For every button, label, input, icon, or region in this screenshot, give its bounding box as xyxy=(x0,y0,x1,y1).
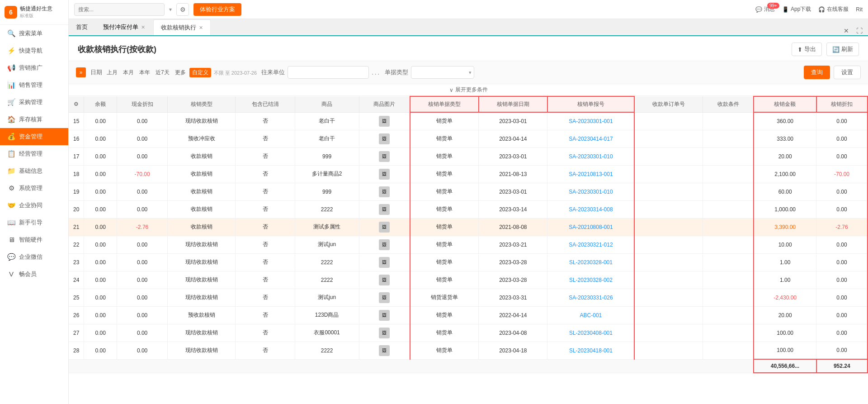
table-row: 25 0.00 0.00 现结收款核销 否 测试jun 🖼 销货退货单 2023… xyxy=(69,289,868,306)
date-btn-last-month[interactable]: 上月 xyxy=(105,68,119,77)
sidebar-item-0[interactable]: 🔍搜索菜单 xyxy=(0,25,68,42)
sidebar-item-8[interactable]: 📁基础信息 xyxy=(0,162,68,180)
sidebar-item-2[interactable]: 📢营销推广 xyxy=(0,59,68,76)
message-btn[interactable]: 💬 消息 99+ xyxy=(755,5,775,13)
cell-cancel-bill-no[interactable]: SL-20230328-001 xyxy=(547,253,635,271)
cell-cancel-bill-no[interactable]: ABC-001 xyxy=(547,306,635,324)
table-row: 21 0.00 -2.76 收款核销 否 测试多属性 🖼 销货单 2021-08… xyxy=(69,218,868,236)
date-btn-7days[interactable]: 近7天 xyxy=(154,68,171,77)
cell-cancel-bill-type: 销货退货单 xyxy=(410,289,479,306)
sidebar-label-10: 企业协同 xyxy=(19,201,42,209)
sidebar-item-7[interactable]: 📋经营管理 xyxy=(0,145,68,162)
cell-cancel-bill-type: 销货单 xyxy=(410,324,479,342)
cell-cancel-type: 收款核销 xyxy=(167,183,236,200)
col-header-settings[interactable]: ⚙ xyxy=(69,96,84,112)
sidebar-item-12[interactable]: 🖥智能硬件 xyxy=(0,231,68,248)
sidebar-item-10[interactable]: 🤝企业协同 xyxy=(0,197,68,214)
sidebar-item-3[interactable]: 📊销售管理 xyxy=(0,76,68,94)
sidebar-label-1: 快捷导航 xyxy=(19,47,42,55)
dropdown-icon[interactable]: ▾ xyxy=(169,6,172,13)
tab-receipt-cancel[interactable]: 收款核销执行 ✕ xyxy=(153,19,211,35)
cell-cancel-bill-no[interactable]: SA-20210813-001 xyxy=(547,165,635,183)
refresh-btn[interactable]: 🔄 刷新 xyxy=(826,43,859,56)
trial-btn[interactable]: 体验行业方案 xyxy=(193,3,241,16)
sidebar-item-4[interactable]: 🛒采购管理 xyxy=(0,94,68,111)
cell-cancel-bill-no[interactable]: SA-20230314-008 xyxy=(547,200,635,218)
tabbar-actions: ✕ ⛶ xyxy=(842,26,868,35)
cell-receipt-order-no xyxy=(634,183,703,200)
cell-cancel-bill-no[interactable]: SA-20210808-001 xyxy=(547,218,635,236)
tab-prepay[interactable]: 预付冲应付单 ✕ xyxy=(96,19,152,35)
cell-cancel-bill-no[interactable]: SA-20230301-010 xyxy=(547,183,635,200)
partner-input[interactable] xyxy=(288,66,369,79)
cell-cancel-type: 收款核销 xyxy=(167,218,236,236)
cell-balance: 0.00 xyxy=(84,253,117,271)
col-header-receipt-order-no: 收款单订单号 xyxy=(634,96,703,112)
filter-bill-type-group: 单据类型 xyxy=(385,66,474,79)
main-table: ⚙ 余额 现金折扣 核销类型 包含已结清 商品 商品图片 核销单据类型 核销单据… xyxy=(69,96,868,373)
sidebar-item-5[interactable]: 🏠库存核算 xyxy=(0,111,68,128)
app-download-btn[interactable]: 📱 App下载 xyxy=(782,5,811,13)
tab-receipt-cancel-close[interactable]: ✕ xyxy=(199,25,203,31)
expand-more-btn[interactable]: ∨ 展开更多条件 xyxy=(449,86,488,94)
cell-cancel-bill-no[interactable]: SA-20230331-026 xyxy=(547,289,635,306)
table-row: 22 0.00 0.00 现结收款核销 否 测试jun 🖼 销货单 2023-0… xyxy=(69,236,868,253)
tab-maximize-btn[interactable]: ⛶ xyxy=(854,26,864,35)
cell-include-settled: 否 xyxy=(236,306,295,324)
user-name[interactable]: Rit xyxy=(856,6,863,13)
cell-cancel-bill-no[interactable]: SA-20230321-012 xyxy=(547,236,635,253)
cell-cancel-bill-no[interactable]: SL-20230408-001 xyxy=(547,324,635,342)
sidebar-item-1[interactable]: ⚡快捷导航 xyxy=(0,42,68,59)
setting-btn[interactable]: 设置 xyxy=(834,66,861,79)
cell-cash-discount: 0.00 xyxy=(117,147,168,165)
table-row: 15 0.00 0.00 现结收款核销 否 老白干 🖼 销货单 2023-03-… xyxy=(69,112,868,130)
date-btn-custom[interactable]: 自定义 xyxy=(189,68,211,77)
cell-cancel-amount: 60.00 xyxy=(754,183,816,200)
cell-receipt-order-no xyxy=(634,218,703,236)
online-service-btn[interactable]: 🎧 在线客服 xyxy=(818,5,849,13)
settings-gear-btn[interactable]: ⚙ xyxy=(176,3,189,16)
date-btn-more[interactable]: 更多 xyxy=(173,68,188,77)
col-header-cancel-discount: 核销折扣 xyxy=(816,96,868,112)
sidebar-item-6[interactable]: 💰资金管理 xyxy=(0,128,68,145)
date-btn-this-year[interactable]: 本年 xyxy=(137,68,152,77)
cell-cancel-bill-no[interactable]: SA-20230301-001 xyxy=(547,112,635,130)
sidebar-icon-11: 📖 xyxy=(7,219,15,227)
bill-type-select[interactable] xyxy=(411,66,474,79)
table-row: 23 0.00 0.00 现结收款核销 否 2222 🖼 销货单 2023-03… xyxy=(69,253,868,271)
tab-close-all-btn[interactable]: ✕ xyxy=(842,26,851,35)
cell-include-settled: 否 xyxy=(236,183,295,200)
cell-balance: 0.00 xyxy=(84,218,117,236)
sidebar-item-13[interactable]: 💬企业微信 xyxy=(0,248,68,266)
search-input[interactable] xyxy=(74,3,165,16)
sidebar-item-11[interactable]: 📖新手引导 xyxy=(0,214,68,231)
filter-expand-btn[interactable]: » xyxy=(76,67,86,77)
cell-product: 测试多属性 xyxy=(295,218,359,236)
sidebar-icon-8: 📁 xyxy=(7,167,15,175)
sidebar-item-14[interactable]: V畅会员 xyxy=(0,266,68,283)
tab-prepay-close[interactable]: ✕ xyxy=(141,24,145,30)
cell-receipt-order-no xyxy=(634,147,703,165)
cell-cancel-discount: 0.00 xyxy=(816,253,868,271)
date-btn-this-month[interactable]: 本月 xyxy=(121,68,136,77)
cell-cancel-bill-no[interactable]: SL-20230328-002 xyxy=(547,271,635,289)
sidebar-label-13: 企业微信 xyxy=(19,253,42,261)
cell-cancel-bill-no[interactable]: SA-20230301-010 xyxy=(547,147,635,165)
cell-receipt-condition xyxy=(703,271,754,289)
sidebar-label-7: 经营管理 xyxy=(19,150,42,158)
export-btn[interactable]: ⬆ 导出 xyxy=(792,43,822,56)
cell-cash-discount: 0.00 xyxy=(117,271,168,289)
query-btn[interactable]: 查询 xyxy=(804,66,830,79)
date-options: 上月 本月 本年 近7天 更多 自定义 xyxy=(105,68,211,77)
cell-cancel-discount: 0.00 xyxy=(816,289,868,306)
sidebar-item-9[interactable]: ⚙系统管理 xyxy=(0,180,68,197)
cell-no: 28 xyxy=(69,342,84,359)
sidebar-icon-14: V xyxy=(7,270,15,278)
tab-home[interactable]: 首页 xyxy=(69,19,95,35)
cell-cancel-bill-no[interactable]: SL-20230418-001 xyxy=(547,342,635,359)
partner-more-icon[interactable]: ... xyxy=(372,68,380,76)
sidebar-label-4: 采购管理 xyxy=(19,98,42,106)
cell-balance: 0.00 xyxy=(84,165,117,183)
col-header-cancel-type: 核销类型 xyxy=(167,96,236,112)
cell-cancel-bill-no[interactable]: SA-20230414-017 xyxy=(547,130,635,147)
